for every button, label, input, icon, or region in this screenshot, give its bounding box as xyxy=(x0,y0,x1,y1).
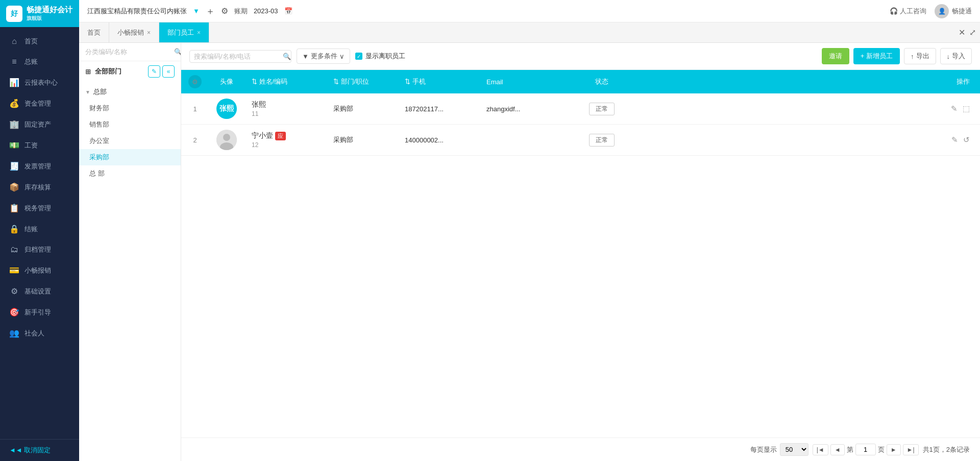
employee-code: 12 xyxy=(252,141,319,149)
logo-icon: 好 xyxy=(6,6,22,22)
sidebar-item-expense[interactable]: 💳 小畅报销 xyxy=(0,260,79,281)
sidebar-item-assets[interactable]: 🏢 固定资产 xyxy=(0,114,79,135)
salary-icon: 💵 xyxy=(9,140,19,150)
tab-expense-label: 小畅报销 xyxy=(117,28,144,37)
refresh-icon[interactable]: ↺ xyxy=(963,135,970,144)
show-resigned-toggle[interactable]: ✓ 显示离职员工 xyxy=(355,52,405,61)
invite-button[interactable]: 邀请 xyxy=(822,48,849,64)
sidebar-item-guide[interactable]: 🎯 新手引导 xyxy=(0,302,79,323)
close-window-button[interactable]: ✕ xyxy=(959,28,965,37)
sidebar-item-more[interactable]: 👥 社会人 xyxy=(0,323,79,344)
period-label: 账期 xyxy=(234,7,248,16)
filter-button[interactable]: ▼ 更多条件 ∨ xyxy=(297,48,350,64)
maximize-window-button[interactable]: ⤢ xyxy=(969,28,976,37)
prev-page-button[interactable]: ◄ xyxy=(830,444,845,455)
export-button[interactable]: ↑ 导出 xyxy=(904,48,936,64)
sidebar-item-label: 发票管理 xyxy=(24,162,51,171)
th-dept[interactable]: ⇅ 部门/职位 xyxy=(326,70,398,93)
add-icon[interactable]: ＋ xyxy=(206,5,215,17)
service-label: 人工咨询 xyxy=(900,7,926,16)
service-button[interactable]: 🎧 人工咨询 xyxy=(890,7,926,16)
page-unit-label2: 页 xyxy=(878,445,885,454)
dept-item-sales[interactable]: 销售部 xyxy=(79,116,181,133)
pagination: 每页显示 50 100 200 |◄ ◄ 第 页 ► ►| 共1页，2条 xyxy=(181,438,980,461)
sidebar-item-inventory[interactable]: 📦 库存核算 xyxy=(0,177,79,198)
user-menu[interactable]: 👤 畅捷通 xyxy=(935,4,972,18)
arrow-down-icon: ▼ xyxy=(85,89,90,95)
page-size-select[interactable]: 50 100 200 xyxy=(780,443,808,456)
toolbar-right-actions: 邀请 + 新增员工 ↑ 导出 ↓ 导入 xyxy=(822,48,972,64)
dept-item-general[interactable]: 总 部 xyxy=(79,165,181,182)
sidebar-item-label: 小畅报销 xyxy=(24,266,51,275)
sidebar-item-archive[interactable]: 🗂 归档管理 xyxy=(0,239,79,260)
edit-icon[interactable]: ✎ xyxy=(951,104,958,113)
th-phone[interactable]: ⇅ 手机 xyxy=(398,70,479,93)
page-number-input[interactable] xyxy=(855,444,876,455)
th-settings[interactable]: ⚙ xyxy=(181,70,209,93)
last-page-button[interactable]: ►| xyxy=(903,444,919,455)
tab-home[interactable]: 首页 xyxy=(79,22,109,42)
page-size-label: 每页显示 xyxy=(750,445,777,454)
tab-dept-close[interactable]: × xyxy=(197,29,201,36)
sidebar-item-reports[interactable]: 📊 云报表中心 xyxy=(0,72,79,93)
tab-expense[interactable]: 小畅报销 × xyxy=(109,22,159,42)
export-icon: ↑ xyxy=(911,53,914,60)
tabs-bar: 首页 小畅报销 × 部门员工 × ✕ ⤢ xyxy=(79,22,980,43)
sidebar-item-label: 资金管理 xyxy=(24,99,51,108)
import-button[interactable]: ↓ 导入 xyxy=(940,48,972,64)
first-page-button[interactable]: |◄ xyxy=(813,444,828,455)
dropdown-icon[interactable]: ▼ xyxy=(193,7,200,15)
tag-badge: 应 xyxy=(275,132,286,140)
unpin-button[interactable]: ◄◄ 取消固定 xyxy=(0,439,79,461)
next-page-button[interactable]: ► xyxy=(887,444,901,455)
guide-icon: 🎯 xyxy=(9,307,19,317)
th-name[interactable]: ⇅ 姓名/编码 xyxy=(244,70,326,93)
show-resigned-label: 显示离职员工 xyxy=(365,52,405,61)
row-actions: ✎ ⬚ xyxy=(632,93,980,125)
sidebar-item-settings[interactable]: ⚙ 基础设置 xyxy=(0,281,79,302)
dept-item-root[interactable]: ▼ 总部 xyxy=(79,84,181,100)
dept-search-icon[interactable]: 🔍 xyxy=(174,48,181,56)
row-no: 2 xyxy=(181,125,209,156)
headset-icon: 🎧 xyxy=(890,7,898,15)
sidebar-item-funds[interactable]: 💰 资金管理 xyxy=(0,93,79,114)
sidebar-item-salary[interactable]: 💵 工资 xyxy=(0,135,79,156)
sidebar-item-ledger[interactable]: ≡ 总账 xyxy=(0,52,79,72)
dept-search-input[interactable] xyxy=(85,48,171,56)
sidebar-item-closing[interactable]: 🔒 结账 xyxy=(0,219,79,239)
th-avatar: 头像 xyxy=(209,70,244,93)
employee-panel: 🔍 ▼ 更多条件 ∨ ✓ 显示离职员工 邀请 + 新增员工 ↑ 导出 xyxy=(181,43,980,461)
employee-search-input[interactable] xyxy=(194,53,280,60)
sidebar-item-label: 库存核算 xyxy=(24,183,51,192)
dept-item-label: 采购部 xyxy=(89,153,109,162)
dept-item-purchase[interactable]: 采购部 xyxy=(79,149,181,165)
sidebar-item-label: 云报表中心 xyxy=(24,78,58,87)
dept-item-finance[interactable]: 财务部 xyxy=(79,100,181,116)
dept-collapse-button[interactable]: « xyxy=(162,65,175,78)
app-logo: 好 畅捷通好会计 旗舰版 xyxy=(0,0,79,27)
sidebar-item-tax[interactable]: 📋 税务管理 xyxy=(0,198,79,219)
edit-icon[interactable]: ✎ xyxy=(951,135,958,144)
app-edition: 旗舰版 xyxy=(27,15,72,22)
show-resigned-checkbox[interactable]: ✓ xyxy=(355,53,362,60)
sidebar-item-home[interactable]: ⌂ 首页 xyxy=(0,31,79,52)
sidebar-item-invoice[interactable]: 🧾 发票管理 xyxy=(0,156,79,177)
home-icon: ⌂ xyxy=(9,37,19,46)
settings-gear-icon[interactable]: ⚙ xyxy=(221,6,228,16)
search-icon[interactable]: 🔍 xyxy=(283,53,291,60)
dept-item-label: 财务部 xyxy=(89,104,109,113)
dept-edit-button[interactable]: ✎ xyxy=(148,65,160,78)
add-employee-button[interactable]: + 新增员工 xyxy=(853,48,900,64)
dept-header: ⊞ 全部部门 ✎ « xyxy=(79,61,181,82)
sidebar-item-label: 固定资产 xyxy=(24,120,51,129)
row-phone: 187202117... xyxy=(398,93,479,125)
delete-icon[interactable]: ⬚ xyxy=(963,104,970,113)
avatar: 👤 xyxy=(935,4,949,18)
grid-icon: ⊞ xyxy=(85,68,91,76)
dept-item-office[interactable]: 办公室 xyxy=(79,133,181,149)
tab-dept[interactable]: 部门员工 × xyxy=(159,22,209,42)
row-dept: 采购部 xyxy=(326,125,398,156)
sidebar-item-label: 首页 xyxy=(24,37,38,46)
calendar-icon[interactable]: 📅 xyxy=(284,7,292,15)
tab-expense-close[interactable]: × xyxy=(147,29,151,36)
